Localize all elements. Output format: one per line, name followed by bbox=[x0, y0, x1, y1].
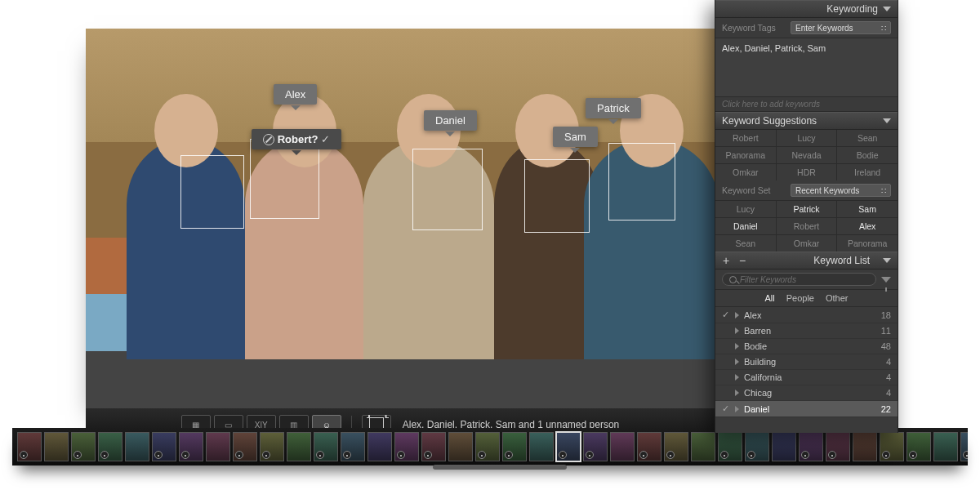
filmstrip-thumb[interactable]: • bbox=[394, 432, 419, 461]
filmstrip-thumb[interactable]: • bbox=[718, 432, 742, 461]
face-region[interactable] bbox=[524, 159, 590, 233]
filmstrip-thumb[interactable] bbox=[44, 432, 69, 461]
keyword-check-icon[interactable]: ✓ bbox=[722, 403, 730, 414]
filmstrip-thumb[interactable]: • bbox=[583, 432, 608, 461]
filmstrip-thumb[interactable] bbox=[125, 432, 149, 461]
filmstrip-thumb[interactable] bbox=[691, 432, 715, 461]
keyword-list-item[interactable]: Building4 bbox=[715, 354, 898, 370]
keyword-cell[interactable]: Patrick bbox=[777, 201, 837, 217]
filmstrip-thumb[interactable]: • bbox=[179, 432, 203, 461]
filmstrip-thumb[interactable] bbox=[368, 432, 392, 461]
filmstrip-thumb[interactable] bbox=[206, 432, 230, 461]
filmstrip-thumb[interactable]: • bbox=[260, 432, 284, 461]
filmstrip-thumb[interactable] bbox=[853, 432, 877, 461]
keyword-cell[interactable]: Daniel bbox=[715, 218, 776, 234]
keyword-list-item[interactable]: ✓Alex18 bbox=[715, 307, 898, 323]
filmstrip-thumb[interactable]: • bbox=[475, 432, 500, 461]
keyword-list-item[interactable]: Barren11 bbox=[715, 323, 898, 339]
filmstrip-thumb[interactable]: • bbox=[341, 432, 365, 461]
filmstrip-thumb[interactable]: • bbox=[906, 432, 931, 461]
filmstrip-thumb[interactable] bbox=[287, 432, 311, 461]
disclosure-icon[interactable] bbox=[735, 390, 739, 396]
face-name-tag[interactable]: Sam bbox=[553, 127, 598, 147]
face-suggestion-tag[interactable]: Robert? ✓ bbox=[252, 129, 341, 149]
add-keyword-button[interactable]: + bbox=[722, 255, 730, 266]
keyword-list-item[interactable]: Bodie48 bbox=[715, 339, 898, 354]
filmstrip[interactable]: ••••••••••••••••••••••••• bbox=[12, 428, 968, 466]
disclosure-icon[interactable] bbox=[735, 374, 739, 381]
disclosure-icon[interactable] bbox=[735, 327, 739, 334]
keyword-suggestions-header[interactable]: Keyword Suggestions bbox=[715, 112, 898, 130]
filmstrip-thumb[interactable]: • bbox=[960, 432, 968, 461]
face-region[interactable] bbox=[180, 155, 244, 229]
keyword-cell[interactable]: Robert bbox=[777, 218, 837, 234]
confirm-icon[interactable]: ✓ bbox=[321, 133, 330, 145]
keyword-cell[interactable]: Panorama bbox=[715, 147, 776, 163]
face-name-tag[interactable]: Patrick bbox=[586, 98, 641, 118]
main-photo[interactable]: AlexDanielSamPatrick Robert? ✓ bbox=[86, 29, 715, 408]
filmstrip-thumb[interactable]: • bbox=[880, 432, 904, 461]
keyword-filter-input[interactable]: Filter Keywords bbox=[722, 273, 876, 286]
filmstrip-thumb[interactable]: • bbox=[799, 432, 823, 461]
disclosure-icon[interactable] bbox=[735, 343, 739, 350]
keyword-check-icon[interactable]: ✓ bbox=[722, 310, 730, 320]
keyword-list-item[interactable]: California4 bbox=[715, 370, 898, 385]
keyword-cell[interactable]: HDR bbox=[777, 164, 837, 180]
remove-keyword-button[interactable]: − bbox=[738, 255, 746, 266]
keyword-cell[interactable]: Omkar bbox=[715, 164, 776, 180]
keyword-cell[interactable]: Alex bbox=[837, 218, 898, 234]
face-region[interactable] bbox=[250, 139, 319, 219]
keywording-header[interactable]: Keywording bbox=[715, 0, 898, 18]
keyword-tags-mode-select[interactable]: Enter Keywords∷ bbox=[791, 21, 891, 34]
keyword-list-title: Keyword List bbox=[813, 255, 870, 266]
filmstrip-thumb[interactable]: • bbox=[233, 432, 257, 461]
filmstrip-thumb[interactable] bbox=[933, 432, 958, 461]
keyword-cell[interactable]: Bodie bbox=[837, 147, 898, 163]
filmstrip-thumb[interactable]: • bbox=[745, 432, 769, 461]
filmstrip-thumb[interactable]: • bbox=[17, 432, 42, 461]
filmstrip-thumb[interactable]: • bbox=[637, 432, 662, 461]
filmstrip-thumb[interactable]: • bbox=[71, 432, 96, 461]
keyword-cell[interactable]: Nevada bbox=[777, 147, 837, 163]
filmstrip-thumb[interactable] bbox=[529, 432, 554, 461]
filmstrip-thumb[interactable] bbox=[448, 432, 473, 461]
keyword-cell[interactable]: Sam bbox=[837, 201, 898, 217]
keyword-cell[interactable]: Ireland bbox=[837, 164, 898, 180]
filmstrip-thumb[interactable]: • bbox=[664, 432, 688, 461]
collapse-icon bbox=[883, 258, 891, 263]
face-region[interactable] bbox=[608, 143, 675, 220]
filmstrip-thumb[interactable]: • bbox=[152, 432, 176, 461]
filmstrip-thumb[interactable]: • bbox=[421, 432, 446, 461]
keyword-filter-tab[interactable]: All bbox=[764, 293, 774, 303]
filmstrip-thumb[interactable]: • bbox=[826, 432, 850, 461]
face-name-tag[interactable]: Alex bbox=[274, 84, 317, 105]
face-region[interactable] bbox=[412, 149, 483, 230]
keyword-cell[interactable]: Lucy bbox=[777, 130, 837, 146]
keyword-cell[interactable]: Omkar bbox=[777, 235, 837, 252]
reject-icon[interactable] bbox=[263, 134, 274, 145]
filmstrip-thumb[interactable] bbox=[610, 432, 635, 461]
keyword-cell[interactable]: Robert bbox=[715, 130, 776, 146]
filmstrip-thumb[interactable]: • bbox=[556, 432, 581, 461]
keyword-list-item[interactable]: Chicag4 bbox=[715, 385, 898, 401]
keyword-list-item[interactable]: ✓Daniel22 bbox=[715, 401, 898, 417]
disclosure-icon[interactable] bbox=[735, 312, 739, 318]
keyword-set-mode-select[interactable]: Recent Keywords∷ bbox=[791, 184, 891, 197]
disclosure-icon[interactable] bbox=[735, 406, 739, 412]
filter-icon[interactable] bbox=[881, 277, 891, 283]
filmstrip-thumb[interactable]: • bbox=[98, 432, 122, 461]
keyword-cell[interactable]: Lucy bbox=[715, 201, 776, 217]
keyword-filter-tab[interactable]: People bbox=[786, 293, 814, 303]
filmstrip-scrollbar[interactable] bbox=[433, 465, 567, 470]
keyword-cell[interactable]: Sean bbox=[715, 235, 776, 252]
keyword-cell[interactable]: Panorama bbox=[837, 235, 898, 252]
face-name-tag[interactable]: Daniel bbox=[424, 110, 477, 131]
add-keywords-field[interactable]: Click here to add keywords bbox=[715, 97, 898, 112]
keyword-filter-tab[interactable]: Other bbox=[826, 293, 849, 303]
disclosure-icon[interactable] bbox=[735, 359, 739, 365]
filmstrip-thumb[interactable] bbox=[772, 432, 796, 461]
keyword-cell[interactable]: Sean bbox=[837, 130, 898, 146]
filmstrip-thumb[interactable]: • bbox=[502, 432, 527, 461]
keyword-tags-field[interactable]: Alex, Daniel, Patrick, Sam bbox=[715, 38, 898, 97]
filmstrip-thumb[interactable]: • bbox=[314, 432, 338, 461]
